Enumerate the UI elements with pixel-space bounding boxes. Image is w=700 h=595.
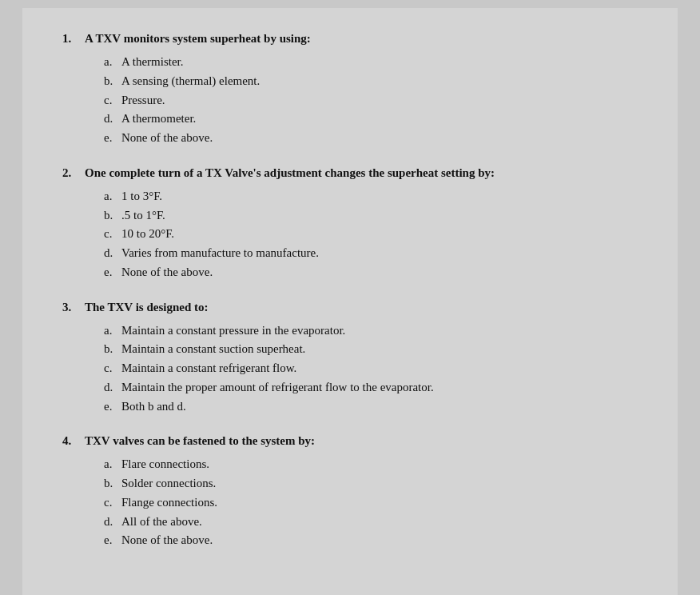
option-text-2-1: 1 to 3°F.: [121, 188, 646, 206]
option-item-3-1: a.Maintain a constant pressure in the ev…: [104, 322, 646, 340]
option-letter-4-1: a.: [104, 456, 121, 473]
option-text-2-2: .5 to 1°F.: [121, 207, 646, 225]
option-text-1-1: A thermister.: [121, 54, 646, 71]
option-text-3-5: Both b and d.: [121, 398, 646, 416]
option-item-4-1: a.Flare connections.: [104, 456, 646, 473]
option-text-2-4: Varies from manufacture to manufacture.: [121, 245, 646, 262]
question-text-4: TXV valves can be fastened to the system…: [85, 433, 646, 449]
option-letter-2-2: b.: [104, 207, 121, 225]
page-content: 1.A TXV monitors system superheat by usi…: [22, 8, 678, 595]
option-item-1-1: a.A thermister.: [104, 54, 646, 71]
option-item-1-3: c.Pressure.: [104, 92, 646, 110]
option-letter-3-5: e.: [104, 398, 121, 416]
option-letter-3-4: d.: [104, 379, 121, 397]
option-item-4-4: d.All of the above.: [104, 513, 646, 531]
option-letter-3-2: b.: [104, 341, 121, 358]
question-block-3: 3.The TXV is designed to:a.Maintain a co…: [62, 299, 646, 416]
option-item-3-3: c.Maintain a constant refrigerant flow.: [104, 360, 646, 377]
option-letter-4-3: c.: [104, 494, 121, 512]
option-item-1-5: e.None of the above.: [104, 130, 646, 147]
option-text-4-3: Flange connections.: [121, 494, 646, 512]
option-item-2-4: d.Varies from manufacture to manufacture…: [104, 245, 646, 262]
question-text-2: One complete turn of a TX Valve's adjust…: [85, 165, 646, 182]
option-letter-3-1: a.: [104, 322, 121, 340]
option-letter-1-2: b.: [104, 73, 121, 90]
option-item-3-4: d.Maintain the proper amount of refriger…: [104, 379, 646, 397]
option-text-2-5: None of the above.: [121, 264, 646, 282]
option-text-1-3: Pressure.: [121, 92, 646, 110]
question-text-3: The TXV is designed to:: [85, 299, 646, 316]
option-item-4-3: c.Flange connections.: [104, 494, 646, 512]
question-number-3: 3.: [62, 299, 85, 316]
option-letter-2-1: a.: [104, 188, 121, 206]
option-text-3-2: Maintain a constant suction superheat.: [121, 341, 646, 358]
option-letter-3-3: c.: [104, 360, 121, 377]
question-number-4: 4.: [62, 433, 85, 449]
option-item-4-2: b.Solder connections.: [104, 475, 646, 493]
option-item-3-5: e.Both b and d.: [104, 398, 646, 416]
option-text-4-5: None of the above.: [121, 532, 646, 549]
option-text-3-4: Maintain the proper amount of refrigeran…: [121, 379, 646, 397]
question-block-2: 2.One complete turn of a TX Valve's adju…: [62, 165, 646, 282]
question-title-4: 4.TXV valves can be fastened to the syst…: [62, 433, 646, 449]
option-letter-4-2: b.: [104, 475, 121, 493]
question-title-1: 1.A TXV monitors system superheat by usi…: [62, 30, 646, 47]
question-text-1: A TXV monitors system superheat by using…: [85, 30, 646, 47]
option-text-3-1: Maintain a constant pressure in the evap…: [121, 322, 646, 340]
option-text-1-4: A thermometer.: [121, 110, 646, 128]
question-block-1: 1.A TXV monitors system superheat by usi…: [62, 30, 646, 147]
option-item-1-4: d.A thermometer.: [104, 110, 646, 128]
question-title-3: 3.The TXV is designed to:: [62, 299, 646, 316]
option-text-1-2: A sensing (thermal) element.: [121, 73, 646, 90]
option-letter-1-4: d.: [104, 110, 121, 128]
question-title-2: 2.One complete turn of a TX Valve's adju…: [62, 165, 646, 182]
option-item-2-3: c.10 to 20°F.: [104, 226, 646, 243]
option-letter-4-5: e.: [104, 532, 121, 549]
option-letter-2-5: e.: [104, 264, 121, 282]
options-list-4: a.Flare connections.b.Solder connections…: [104, 456, 646, 549]
option-text-4-1: Flare connections.: [121, 456, 646, 473]
option-text-4-2: Solder connections.: [121, 475, 646, 493]
option-letter-1-5: e.: [104, 130, 121, 147]
option-text-3-3: Maintain a constant refrigerant flow.: [121, 360, 646, 377]
option-letter-2-3: c.: [104, 226, 121, 243]
option-letter-2-4: d.: [104, 245, 121, 262]
option-item-1-2: b.A sensing (thermal) element.: [104, 73, 646, 90]
options-list-2: a.1 to 3°F.b..5 to 1°F.c.10 to 20°F.d.Va…: [104, 188, 646, 282]
options-list-3: a.Maintain a constant pressure in the ev…: [104, 322, 646, 416]
question-number-2: 2.: [62, 165, 85, 182]
option-letter-1-3: c.: [104, 92, 121, 110]
option-letter-4-4: d.: [104, 513, 121, 531]
options-list-1: a.A thermister.b.A sensing (thermal) ele…: [104, 54, 646, 147]
option-text-1-5: None of the above.: [121, 130, 646, 147]
option-item-2-2: b..5 to 1°F.: [104, 207, 646, 225]
option-item-3-2: b.Maintain a constant suction superheat.: [104, 341, 646, 358]
option-letter-1-1: a.: [104, 54, 121, 71]
option-text-4-4: All of the above.: [121, 513, 646, 531]
option-item-4-5: e.None of the above.: [104, 532, 646, 549]
option-item-2-5: e.None of the above.: [104, 264, 646, 282]
option-text-2-3: 10 to 20°F.: [121, 226, 646, 243]
question-block-4: 4.TXV valves can be fastened to the syst…: [62, 433, 646, 549]
option-item-2-1: a.1 to 3°F.: [104, 188, 646, 206]
question-number-1: 1.: [62, 30, 85, 47]
